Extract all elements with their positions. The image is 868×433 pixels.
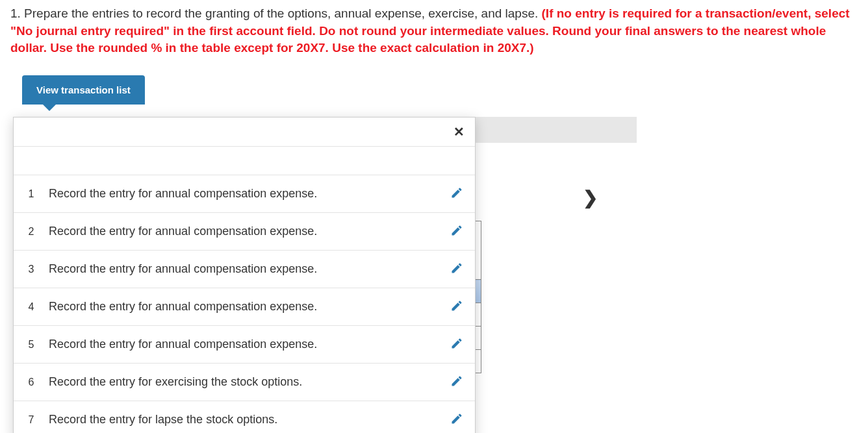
- transaction-label: Record the entry for annual compensation…: [49, 225, 439, 238]
- view-transaction-list-label: View transaction list: [36, 84, 131, 95]
- question-text: 1. Prepare the entries to record the gra…: [10, 5, 858, 57]
- pencil-icon[interactable]: [439, 299, 475, 315]
- transaction-row-5[interactable]: 5 Record the entry for annual compensati…: [14, 326, 475, 364]
- transaction-row-7[interactable]: 7 Record the entry for lapse the stock o…: [14, 401, 475, 433]
- transaction-row-3[interactable]: 3 Record the entry for annual compensati…: [14, 251, 475, 288]
- modal-spacer: [14, 147, 475, 175]
- transaction-number: 2: [14, 226, 49, 238]
- question-lead: 1. Prepare the entries to record the gra…: [10, 6, 542, 20]
- transaction-label: Record the entry for lapse the stock opt…: [49, 413, 439, 427]
- transaction-number: 1: [14, 188, 49, 200]
- pencil-icon[interactable]: [439, 262, 475, 277]
- pencil-icon[interactable]: [439, 375, 475, 390]
- transaction-label: Record the entry for annual compensation…: [49, 300, 439, 314]
- modal-header: ✕: [14, 118, 475, 147]
- transaction-row-6[interactable]: 6 Record the entry for exercising the st…: [14, 364, 475, 401]
- transaction-number: 3: [14, 264, 49, 275]
- view-transaction-list-button[interactable]: View transaction list: [22, 75, 145, 105]
- pencil-icon[interactable]: [439, 412, 475, 428]
- transaction-number: 4: [14, 301, 49, 313]
- close-icon[interactable]: ✕: [453, 124, 465, 140]
- pencil-icon[interactable]: [439, 224, 475, 240]
- transaction-row-1[interactable]: 1 Record the entry for annual compensati…: [14, 175, 475, 213]
- transaction-number: 6: [14, 377, 49, 388]
- pencil-icon[interactable]: [439, 337, 475, 353]
- transaction-row-4[interactable]: 4 Record the entry for annual compensati…: [14, 288, 475, 326]
- transaction-list-modal: ✕ 1 Record the entry for annual compensa…: [13, 117, 476, 433]
- transaction-number: 7: [14, 414, 49, 426]
- transaction-number: 5: [14, 339, 49, 351]
- transaction-label: Record the entry for annual compensation…: [49, 338, 439, 351]
- chevron-right-icon: ❯: [583, 188, 598, 208]
- transaction-label: Record the entry for annual compensation…: [49, 262, 439, 276]
- transaction-row-2[interactable]: 2 Record the entry for annual compensati…: [14, 213, 475, 251]
- next-entry-chevron[interactable]: ❯: [583, 187, 598, 208]
- pencil-icon[interactable]: [439, 186, 475, 202]
- transaction-label: Record the entry for annual compensation…: [49, 187, 439, 201]
- transaction-label: Record the entry for exercising the stoc…: [49, 375, 439, 389]
